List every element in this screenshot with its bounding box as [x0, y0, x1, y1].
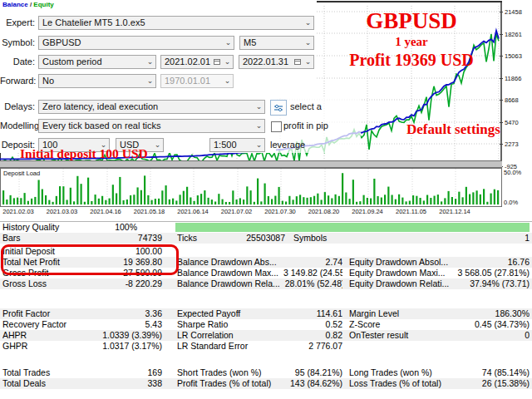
table-cell: LR Correlation0.82: [177, 330, 342, 341]
profit-in-pip-label: profit in pip: [283, 121, 328, 131]
load-axis-top: 50.0%: [504, 169, 531, 176]
deposit-load-label: Deposit Load: [3, 170, 40, 177]
table-cell: OnTester result0: [349, 330, 530, 341]
table-cell: Margin Level186.30%: [349, 308, 530, 319]
stat-value: 0.82: [326, 330, 342, 341]
table-gap: [0, 352, 532, 367]
table-row: Gross Loss-8 220.29Balance Drawdown Rela…: [0, 278, 532, 289]
table-cell: Gross Loss-8 220.29: [2, 278, 162, 289]
table-cell: Bars74739: [2, 233, 162, 244]
calendar-icon: [214, 56, 220, 68]
stat-label: Margin Level: [349, 308, 399, 319]
date-label: Date:: [0, 57, 35, 66]
stat-label: LR Standard Error: [177, 341, 248, 352]
stat-value: 0: [525, 330, 530, 341]
date-axis-label: 2021.02.03: [0, 208, 40, 215]
table-cell: Ticks25503087: [177, 233, 285, 244]
stat-label: GHPR: [2, 341, 27, 352]
stat-label: Equity Drawdown Relati...: [349, 278, 449, 289]
sliders-icon: [273, 103, 283, 113]
stat-label: Bars: [2, 233, 21, 244]
stat-value: 74 (85.14%): [482, 367, 530, 378]
stat-value: 1: [525, 233, 530, 244]
chevron-down-icon: ⌄: [222, 75, 233, 87]
modelling-select[interactable]: Every tick based on real ticks ⌄: [38, 119, 265, 133]
stat-value: 338: [147, 378, 162, 389]
stat-value: 0.45 (34.73%): [475, 319, 530, 330]
date-from-field[interactable]: 2021.02.01 ⌄: [160, 55, 234, 69]
profit-in-pip-checkbox[interactable]: [271, 121, 282, 132]
date-to-field[interactable]: 2022.01.31 ⌄: [239, 55, 314, 69]
leverage-label: leverage: [270, 140, 305, 150]
stat-value: 143 (84.62%): [290, 378, 342, 389]
table-cell: Total Trades169: [2, 367, 162, 378]
table-row: Bars74739Ticks25503087Symbols1: [0, 233, 532, 244]
table-cell: Short Trades (won %)95 (84.21%): [177, 367, 342, 378]
stat-label: Profit Factor: [2, 308, 50, 319]
table-cell: Long Trades (won %)74 (85.14%): [349, 367, 530, 378]
y-axis-label: 18261: [505, 31, 532, 38]
date-axis-label: 2021.12.14: [433, 208, 476, 215]
expert-select[interactable]: Le Chatelier MT5 1.0.ex5 ⌄: [38, 16, 314, 30]
delay-settings-button[interactable]: [270, 100, 287, 116]
stat-label: Z-Score: [349, 319, 380, 330]
stat-label: Loss Trades (% of total): [349, 378, 441, 389]
chevron-down-icon: ⌄: [254, 139, 264, 151]
stat-label: Balance Drawdown Max...: [177, 268, 278, 278]
stat-label: Balance Drawdown Abs...: [177, 257, 277, 268]
forward-select[interactable]: No ⌄: [38, 74, 156, 88]
stat-label: Profit Trades (% of total): [177, 378, 271, 389]
stat-label: History Quality: [2, 222, 59, 233]
expert-label: Expert:: [0, 17, 35, 27]
stat-label: Equity Drawdown Maxi...: [349, 268, 446, 278]
table-row: GHPR1.0317 (3.17%)LR Standard Error2 776…: [0, 341, 532, 352]
select-a-label: select a: [290, 101, 322, 111]
table-row: Total Trades169Short Trades (won %)95 (8…: [0, 367, 532, 378]
forward-label: Forward:: [0, 76, 35, 86]
table-cell: AHPR1.0339 (3.39%): [2, 330, 162, 341]
date-axis-label: 2021.08.20: [303, 208, 346, 215]
date-axis-label: 2021.04.16: [84, 208, 127, 215]
chevron-down-icon: ⌄: [152, 139, 163, 151]
stat-value: -8 220.29: [126, 278, 162, 289]
y-axis-label: 5470: [505, 119, 532, 126]
stat-value: 3 568.05 (27.81%): [458, 268, 530, 278]
stat-value: 114.61: [317, 308, 342, 319]
table-cell: Balance Drawdown Rela...28.01% (52.48): [177, 278, 342, 289]
stat-label: Total Deals: [2, 378, 46, 389]
stat-label: Recovery Factor: [2, 319, 66, 330]
stat-value: 26 (15.38%): [482, 378, 530, 389]
legend-equity: Equity: [33, 1, 53, 8]
stat-label: AHPR: [2, 330, 27, 341]
deposit-load-panel: Deposit Load: [0, 168, 502, 207]
date-axis-label: 2021.06.14: [171, 208, 214, 215]
period-select[interactable]: M5 ⌄: [239, 36, 314, 50]
stat-label: Sharpe Ratio: [177, 319, 228, 330]
delays-select[interactable]: Zero latency, ideal execution ⌄: [38, 100, 265, 114]
stat-value: 3.36: [145, 308, 162, 319]
table-cell: Equity Drawdown Absol...16.76: [349, 257, 530, 268]
chart-legend: Balance / Equity: [2, 1, 54, 8]
chevron-down-icon: ⌄: [145, 75, 155, 87]
delays-label: Delays:: [0, 101, 35, 111]
annotation-initial-deposit: Initial deposit 100 USD: [20, 146, 148, 161]
table-cell: Sharpe Ratio0.52: [177, 319, 342, 330]
table-cell: Profit Trades (% of total)143 (84.62%): [177, 378, 342, 389]
symbol-label: Symbol:: [0, 37, 35, 47]
annotation-red-box: [1, 244, 179, 275]
leverage-select[interactable]: 1:500 ⌄: [209, 138, 265, 152]
date-axis-label: 2021.07.02: [215, 208, 259, 215]
symbol-select[interactable]: GBPUSD ⌄: [38, 36, 234, 50]
stat-value: 16.76: [508, 257, 530, 268]
table-row: Profit Factor3.36Expected Payoff114.61Ma…: [0, 308, 532, 319]
date-axis-label: 2021.07.30: [259, 208, 302, 215]
table-gap: [0, 289, 532, 308]
table-cell: Recovery Factor5.43: [2, 319, 162, 330]
stat-value: 2.74: [326, 257, 342, 268]
chevron-down-icon: ⌄: [222, 56, 233, 68]
date-mode-select[interactable]: Custom period ⌄: [38, 55, 156, 69]
chevron-down-icon: ⌄: [145, 56, 155, 68]
stat-value: 28.01% (52.48): [285, 278, 342, 289]
y-axis-label: 2273: [505, 140, 532, 148]
stat-value: 100%: [115, 222, 162, 233]
